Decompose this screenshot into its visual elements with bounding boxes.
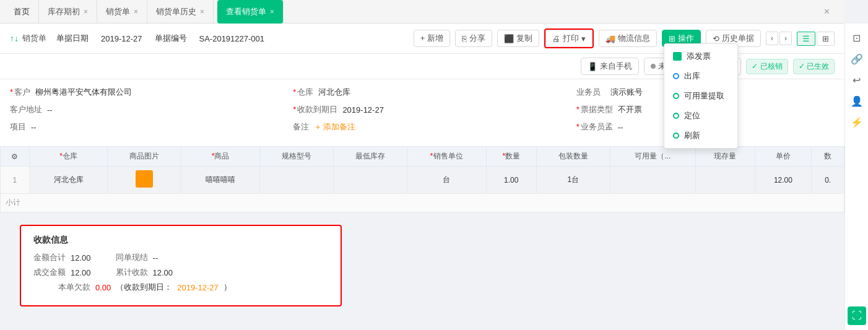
sidebar-icon-3[interactable]: ↩ [848,71,866,89]
operations-dropdown: 添发票 出库 可用量提取 定位 刷新 [664,43,738,149]
col-available: 可用量（... [610,147,695,167]
row-product: 嘻嘻嘻嘻 [181,167,260,194]
next-button[interactable]: › [779,32,792,45]
yixiao-button[interactable]: ✓ 已核销 [746,59,788,74]
col-unit: *销售单位 [407,147,486,167]
from-phone-button[interactable]: 📱 来自手机 [581,58,639,75]
sidebar-icon-1[interactable]: ⊡ [848,28,866,47]
tab-home[interactable]: 首页 [5,0,39,24]
sidebar-icon-5[interactable]: ⚡ [848,113,866,131]
close-sales-order-tab[interactable]: × [134,7,138,16]
tab-sales-order-label: 销货单 [106,6,130,17]
table-header-row: ⚙ *仓库 商品图片 *商品 规格型号 最低库存 *销售单位 *数量 包装数量 … [1,147,844,167]
customer-label: 客户 [10,87,30,98]
view-toggle: ☰ ⊞ [797,32,835,46]
tab-sales-history[interactable]: 销货单历史 × [147,0,214,24]
prev-button[interactable]: ‹ [766,32,778,45]
close-inventory-tab[interactable]: × [84,7,88,16]
salesperson-value: 演示账号 [610,87,643,98]
tab-inventory-label: 库存期初 [48,6,80,17]
right-sidebar: ⊡ 🔗 ↩ 👤 ⚡ ⛶ [844,24,868,319]
tab-sales-history-label: 销货单历史 [156,6,196,17]
refresh-icon [673,132,679,139]
salesperson2-label: 业务员孟 [576,121,613,132]
locate-label: 定位 [684,110,700,121]
accumulated-item: 累计收款 12.00 [116,267,173,278]
customer-group: 客户 柳州粤港平安气体有限公司 [10,87,268,98]
add-invoice-item[interactable]: 添发票 [664,46,737,66]
summary-area: 收款信息 金额合计 12.00 同单现结 -- 成交金额 12.00 累计收款 [0,212,844,319]
add-note-button[interactable]: ＋ 添加备注 [314,121,355,132]
doc-title-area: ↑↓ 销货单 [10,33,46,44]
print-button[interactable]: 🖨 打印 ▾ [545,30,592,47]
list-view-button[interactable]: ☰ [797,32,815,46]
doc-number-label: 单据编号 [155,33,187,44]
close-view-sales-tab[interactable]: × [270,7,274,16]
product-table: ⚙ *仓库 商品图片 *商品 规格型号 最低库存 *销售单位 *数量 包装数量 … [0,146,844,212]
subtotal-row: 小计 [1,194,844,212]
outbound-label: 出库 [684,71,700,82]
summary-box: 收款信息 金额合计 12.00 同单现结 -- 成交金额 12.00 累计收款 [20,225,342,306]
quantity-extract-icon [673,93,679,99]
address-label: 客户地址 [10,104,42,115]
current-arrears-value: 0.00 [95,283,111,292]
sidebar-icon-4[interactable]: 👤 [848,92,866,110]
col-settings[interactable]: ⚙ [1,147,30,167]
outbound-item[interactable]: 出库 [664,66,737,86]
warehouse-label: 仓库 [293,87,313,98]
doc-date-label: 单据日期 [56,33,89,44]
product-image [136,170,153,188]
add-note-icon: ＋ [314,121,322,132]
salesperson-label: 业务员 [576,87,601,98]
close-sales-history-tab[interactable]: × [200,7,204,16]
print-icon: 🖨 [552,34,560,43]
refresh-item[interactable]: 刷新 [664,126,737,145]
outbound-icon [673,73,679,79]
project-group: 项目 -- [10,121,268,132]
quantity-extract-item[interactable]: 可用量提取 [664,86,737,106]
col-product: *商品 [181,147,260,167]
operation-label: 操作 [678,33,694,44]
doc-number-value: SA-20191227-001 [199,34,265,43]
copy-label: 复制 [516,33,532,44]
copy-button[interactable]: ⬛ 复制 [497,30,539,47]
add-button[interactable]: + 新增 [414,30,450,47]
transaction-item: 成交金额 12.00 [33,267,91,278]
logistics-label: 物流信息 [618,33,650,44]
sidebar-icon-2[interactable]: 🔗 [848,50,866,68]
current-arrears-label: 本单欠款 [58,282,90,293]
salesperson2-value: -- [618,123,623,132]
summary-row-2: 成交金额 12.00 累计收款 12.00 [33,267,328,278]
not-open-dot [651,64,656,69]
row-quantity: 1.00 [486,167,536,194]
share-button[interactable]: ⎘ 分享 [455,30,492,47]
row-spec [259,167,333,194]
locate-item[interactable]: 定位 [664,106,737,126]
warehouse-value: 河北仓库 [318,87,350,98]
tab-view-sales[interactable]: 查看销货单 × [217,0,284,24]
due-date-hint: （收款到期日： [116,282,172,293]
share-icon: ⎘ [462,34,467,43]
payment-date-label: 收款到期日 [293,104,337,115]
col-unit-price: 单价 [755,147,812,167]
phone-icon: 📱 [588,62,597,71]
row-warehouse: 河北仓库 [29,167,108,194]
col-amount: 数 [812,147,844,167]
tab-sales-order[interactable]: 销货单 × [97,0,147,24]
subtotal-cell: 小计 [1,194,844,212]
address-group: 客户地址 -- [10,104,268,115]
ticket-type-label: 票据类型 [576,104,613,115]
payment-date-value: 2019-12-27 [342,105,384,115]
logistics-button[interactable]: 🚚 物流信息 [599,30,657,47]
close-all-button[interactable]: × [814,6,840,17]
sidebar-icon-expand[interactable]: ⛶ [848,306,866,319]
transaction-label: 成交金额 [33,267,66,278]
yishengxiao-button[interactable]: ✓ 已生效 [793,59,835,74]
grid-view-button[interactable]: ⊞ [817,32,835,46]
same-order-item: 同单现结 -- [116,252,158,263]
note-group: 备注 ＋ 添加备注 [293,121,551,132]
col-current-stock: 现存量 [696,147,755,167]
col-img: 商品图片 [108,147,181,167]
tab-inventory-init[interactable]: 库存期初 × [39,0,97,24]
nav-arrows: ‹ › [766,32,792,45]
